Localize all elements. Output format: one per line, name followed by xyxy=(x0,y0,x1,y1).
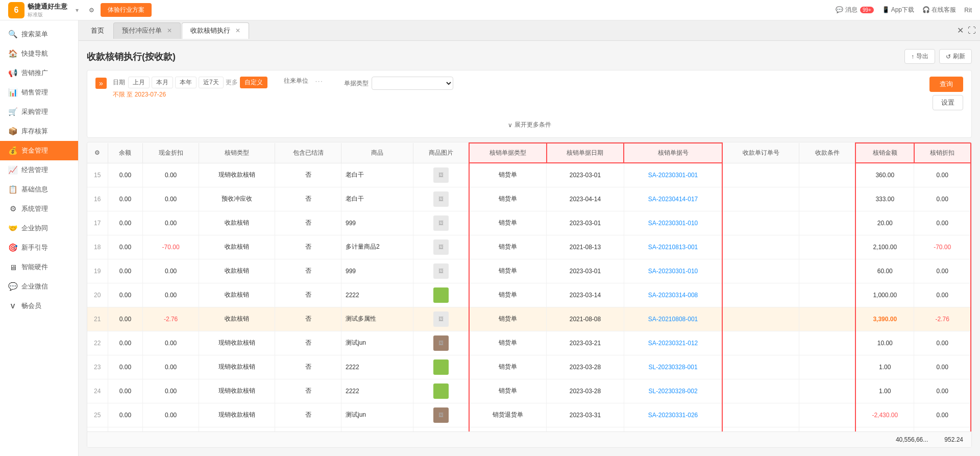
sidebar-item-label: 快捷导航 xyxy=(21,49,48,58)
tab-bar: 首页 预付冲应付单 ✕ 收款核销执行 ✕ ✕ ⛶ xyxy=(79,20,980,41)
table-row: 18 0.00 -70.00 收款核销 否 多计量商品2 🖼 销货单 2021-… xyxy=(87,235,971,259)
col-write-off-discount: 核销折扣 xyxy=(914,143,971,163)
cell-voucher-date: 2021-08-08 xyxy=(547,307,624,331)
cell-goods-image: 🖼 xyxy=(413,163,469,187)
settings-icon[interactable]: ⚙ xyxy=(89,7,94,14)
filter-bar: » 日期 上月 本月 本年 近7天 更多 自定义 xyxy=(87,70,972,138)
sidebar-item-label: 基础信息 xyxy=(21,185,48,194)
sidebar-item-sales[interactable]: 📊 销售管理 xyxy=(0,83,78,102)
sidebar-item-basicinfo[interactable]: 📋 基础信息 xyxy=(0,180,78,199)
tab-collection[interactable]: 收款核销执行 ✕ xyxy=(182,22,249,39)
cell-voucher-type: 销货单 xyxy=(469,427,546,431)
table-row: 16 0.00 0.00 预收冲应收 否 老白干 🖼 销货单 2023-04-1… xyxy=(87,187,971,211)
row-num: 18 xyxy=(87,235,108,259)
date-btn-7days[interactable]: 近7天 xyxy=(199,77,224,88)
cell-write-off-discount: 0.00 xyxy=(914,355,971,379)
voucher-no-link[interactable]: SA-20230331-026 xyxy=(648,412,698,419)
cell-write-off-amount: 60.00 xyxy=(855,259,914,283)
export-btn[interactable]: ↑ 导出 xyxy=(904,49,935,64)
row-num: 16 xyxy=(87,187,108,211)
cell-receipt-order-no xyxy=(722,259,799,283)
sidebar-item-inventory[interactable]: 📦 库存核算 xyxy=(0,122,78,141)
row-num: 21 xyxy=(87,307,108,331)
cell-write-off-amount: 20.00 xyxy=(855,211,914,235)
cell-goods: 123D商品 xyxy=(341,427,413,431)
voucher-no-link[interactable]: SL-20230328-001 xyxy=(649,364,698,371)
voucher-no-link[interactable]: SA-20230414-017 xyxy=(648,196,698,203)
expand-more-btn[interactable]: ∨ 展开更多条件 xyxy=(508,121,551,129)
tab-collection-close-icon[interactable]: ✕ xyxy=(235,27,240,34)
setting-btn[interactable]: 设置 xyxy=(933,95,963,110)
filter-collapse-btn[interactable]: » xyxy=(95,78,107,89)
app-download-btn[interactable]: 📱 App下载 xyxy=(882,6,914,14)
sidebar-item-hardware[interactable]: 🖥 智能硬件 xyxy=(0,257,78,277)
voucher-no-link[interactable]: SA-20230301-010 xyxy=(648,220,698,227)
sidebar-item-guide[interactable]: 🎯 新手引导 xyxy=(0,238,78,257)
cell-goods-image: 🖼 xyxy=(413,235,469,259)
row-num: 20 xyxy=(87,283,108,307)
counterpart-dots: ··· xyxy=(315,78,324,85)
sidebar-item-label: 系统管理 xyxy=(21,204,48,213)
row-num: 22 xyxy=(87,331,108,355)
page-header: 收款核销执行(按收款) ↑ 导出 ↺ 刷新 xyxy=(87,49,972,64)
cell-balance: 0.00 xyxy=(108,187,143,211)
sidebar-item-system[interactable]: ⚙ 系统管理 xyxy=(0,199,78,219)
cell-balance: 0.00 xyxy=(108,259,143,283)
table-scroll[interactable]: ⚙ 余额 现金折扣 核销类型 包含已结清 商品 商品图片 核销单据类型 核销单据… xyxy=(87,142,971,431)
voucher-no-link[interactable]: SL-20230328-002 xyxy=(649,388,698,395)
cell-write-off-amount: 1,000.00 xyxy=(855,283,914,307)
industry-btn[interactable]: 体验行业方案 xyxy=(101,3,152,17)
sidebar-item-member[interactable]: V 畅会员 xyxy=(0,296,78,316)
cell-goods: 测试jun xyxy=(341,331,413,355)
tab-fullscreen-icon[interactable]: ⛶ xyxy=(968,26,976,35)
sidebar-item-enterprise[interactable]: 🤝 企业协同 xyxy=(0,219,78,238)
user-name[interactable]: Rit xyxy=(964,7,972,14)
sidebar-item-wechat[interactable]: 💬 企业微信 xyxy=(0,277,78,296)
date-btn-thismonth[interactable]: 本月 xyxy=(152,77,173,88)
hardware-icon: 🖥 xyxy=(8,263,17,272)
query-btn[interactable]: 查询 xyxy=(929,77,963,92)
tab-prepay-close-icon[interactable]: ✕ xyxy=(167,27,172,34)
cell-goods: 2222 xyxy=(341,379,413,403)
logo-chevron-icon[interactable]: ▾ xyxy=(76,7,79,14)
row-num: 17 xyxy=(87,211,108,235)
cell-type: 收款核销 xyxy=(199,259,275,283)
date-btn-thisyear[interactable]: 本年 xyxy=(175,77,197,88)
cell-write-off-discount: 0.00 xyxy=(914,427,971,431)
cell-goods-image xyxy=(413,283,469,307)
cell-voucher-no: SA-20230331-026 xyxy=(624,403,722,427)
tab-home[interactable]: 首页 xyxy=(83,22,112,39)
refresh-btn[interactable]: ↺ 刷新 xyxy=(939,49,972,64)
cell-type: 收款核销 xyxy=(199,307,275,331)
voucher-no-link[interactable]: SA-20210813-001 xyxy=(648,244,698,251)
cell-type: 预收款核销 xyxy=(199,427,275,431)
voucher-no-link[interactable]: SA-20230314-008 xyxy=(648,292,698,299)
sidebar-item-finance[interactable]: 💰 资金管理 xyxy=(0,141,78,160)
tab-close-all-icon[interactable]: ✕ xyxy=(957,26,964,35)
date-btn-lastmonth[interactable]: 上月 xyxy=(128,77,150,88)
voucher-no-link[interactable]: SA-20230301-001 xyxy=(648,172,698,179)
cell-voucher-no: SA-20230301-001 xyxy=(624,163,722,187)
date-btn-custom[interactable]: 自定义 xyxy=(240,77,267,88)
page-content: 收款核销执行(按收款) ↑ 导出 ↺ 刷新 » xyxy=(79,41,980,456)
messages-btn[interactable]: 💬 消息 99+ xyxy=(836,6,874,14)
voucher-no-link[interactable]: SA-20230301-010 xyxy=(648,268,698,275)
date-more-label[interactable]: 更多 xyxy=(226,78,238,87)
system-icon: ⚙ xyxy=(8,204,17,213)
business-icon: 📈 xyxy=(8,165,17,175)
tab-bar-right: ✕ ⛶ xyxy=(957,26,976,35)
cell-settled: 否 xyxy=(275,163,341,187)
voucher-no-link[interactable]: SA-20230321-012 xyxy=(648,340,698,347)
sidebar-item-marketing[interactable]: 📢 营销推广 xyxy=(0,63,78,83)
voucher-type-select[interactable] xyxy=(372,77,453,90)
sidebar-item-quicknav[interactable]: 🏠 快捷导航 xyxy=(0,44,78,63)
search-menu-icon: 🔍 xyxy=(8,30,17,39)
sidebar-item-purchase[interactable]: 🛒 采购管理 xyxy=(0,102,78,122)
voucher-no-link[interactable]: SA-20210808-001 xyxy=(648,316,698,323)
online-service-btn[interactable]: 🎧 在线客服 xyxy=(922,6,956,14)
row-num: 15 xyxy=(87,163,108,187)
sidebar-item-search[interactable]: 🔍 搜索菜单 xyxy=(0,25,78,44)
cell-receipt-order-no xyxy=(722,355,799,379)
tab-prepay[interactable]: 预付冲应付单 ✕ xyxy=(113,22,181,39)
sidebar-item-business[interactable]: 📈 经营管理 xyxy=(0,160,78,180)
